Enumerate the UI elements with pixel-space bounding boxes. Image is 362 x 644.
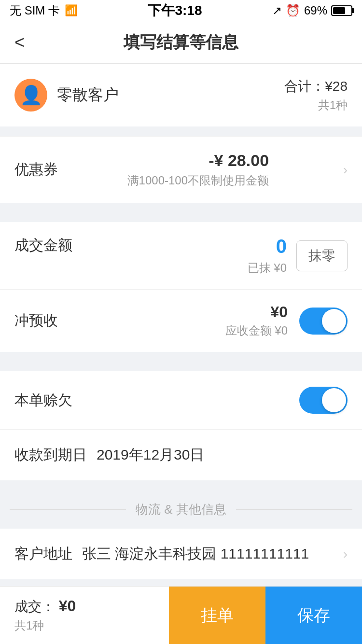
prepay-amount: ¥0 (225, 303, 288, 321)
deal-amount-value-area: 0 已抹 ¥0 (248, 236, 287, 276)
divider-line-left (10, 509, 126, 510)
debt-label: 本单赊欠 (14, 391, 72, 410)
deal-amount-label: 成交金额 (14, 236, 72, 255)
battery-fill (333, 7, 345, 14)
debt-toggle[interactable] (299, 387, 348, 414)
sim-status: 无 SIM 卡 (10, 3, 60, 18)
coupon-value-area: -¥ 28.00 满1000-100不限制使用金额 (127, 151, 269, 188)
due-date-value: 2019年12月30日 (97, 445, 204, 465)
hold-button[interactable]: 挂单 (169, 587, 265, 644)
bottom-count: 共1种 (14, 618, 154, 633)
total-count: 共1种 (284, 98, 348, 113)
total-label: 合计：¥28 (284, 77, 348, 96)
coupon-label: 优惠券 (14, 160, 58, 180)
address-value: 张三 海淀永丰科技园 11111111111 (82, 544, 343, 564)
customer-name: 零散客户 (57, 84, 119, 106)
address-chevron-icon: › (343, 546, 348, 562)
divider-1 (0, 212, 362, 222)
prepay-toggle[interactable] (299, 308, 348, 335)
save-button[interactable]: 保存 (265, 587, 362, 644)
coupon-row[interactable]: 优惠券 -¥ 28.00 满1000-100不限制使用金额 › (0, 136, 362, 203)
wifi-icon: 📶 (65, 4, 78, 17)
bottom-deal-label: 成交： (14, 599, 55, 614)
address-section[interactable]: 客户地址 张三 海淀永丰科技园 11111111111 › (0, 529, 362, 579)
deal-amount-value[interactable]: 0 (248, 236, 287, 257)
amount-section: 成交金额 0 已抹 ¥0 抹零 冲预收 ¥0 应收金额 ¥0 (0, 222, 362, 352)
due-date-label: 收款到期日 (14, 445, 87, 465)
prepay-label: 冲预收 (14, 311, 58, 331)
deal-amount-right: 0 已抹 ¥0 抹零 (248, 236, 348, 276)
customer-section: 👤 零散客户 合计：¥28 共1种 (0, 64, 362, 126)
bottom-bar: 成交： ¥0 共1种 挂单 保存 (0, 586, 362, 644)
nav-bar: < 填写结算等信息 (0, 21, 362, 64)
customer-row: 👤 零散客户 合计：¥28 共1种 (0, 64, 362, 126)
logistics-label: 物流 & 其他信息 (136, 501, 226, 518)
page-title: 填写结算等信息 (124, 31, 238, 54)
deal-amount-sub: 已抹 ¥0 (248, 260, 287, 276)
status-right: ↗ ⏰ 69% (272, 4, 352, 17)
prepay-values: ¥0 应收金额 ¥0 (225, 303, 288, 338)
content: 👤 零散客户 合计：¥28 共1种 优惠券 -¥ 28.00 满1000-100… (0, 64, 362, 644)
prepay-sub: 应收金额 ¥0 (225, 323, 288, 338)
customer-summary: 合计：¥28 共1种 (284, 77, 348, 113)
debt-section: 本单赊欠 收款到期日 2019年12月30日 (0, 371, 362, 480)
due-date-row: 收款到期日 2019年12月30日 (0, 429, 362, 480)
address-label: 客户地址 (14, 544, 72, 564)
customer-left: 👤 零散客户 (14, 79, 119, 112)
debt-row: 本单赊欠 (0, 371, 362, 429)
coupon-section[interactable]: 优惠券 -¥ 28.00 满1000-100不限制使用金额 › (0, 136, 362, 203)
avatar: 👤 (14, 79, 47, 112)
debt-toggle-knob (322, 388, 346, 412)
address-row[interactable]: 客户地址 张三 海淀永丰科技园 11111111111 › (0, 529, 362, 579)
chevron-right-icon: › (343, 162, 348, 178)
alarm-icon: ⏰ (286, 4, 300, 17)
toggle-knob (322, 309, 346, 333)
back-button[interactable]: < (14, 32, 25, 53)
avatar-icon: 👤 (20, 84, 42, 106)
round-button[interactable]: 抹零 (296, 240, 348, 271)
prepay-row: 冲预收 ¥0 应收金额 ¥0 (0, 289, 362, 352)
coupon-discount: -¥ 28.00 (127, 151, 269, 170)
status-bar: 无 SIM 卡 📶 下午3:18 ↗ ⏰ 69% (0, 0, 362, 21)
status-left: 无 SIM 卡 📶 (10, 3, 78, 18)
battery-percent: 69% (304, 4, 327, 17)
bottom-deal-line: 成交： ¥0 (14, 597, 154, 616)
logistics-divider: 物流 & 其他信息 (0, 490, 362, 529)
battery-icon (331, 5, 352, 16)
location-icon: ↗ (272, 4, 282, 17)
bottom-deal-amount: ¥0 (59, 597, 76, 615)
divider-line-right (236, 509, 352, 510)
status-time: 下午3:18 (148, 1, 202, 20)
deal-amount-row: 成交金额 0 已抹 ¥0 抹零 (0, 222, 362, 289)
bottom-summary: 成交： ¥0 共1种 (0, 587, 169, 644)
prepay-right: ¥0 应收金额 ¥0 (225, 303, 348, 338)
divider-2 (0, 362, 362, 371)
coupon-hint: 满1000-100不限制使用金额 (127, 173, 269, 188)
